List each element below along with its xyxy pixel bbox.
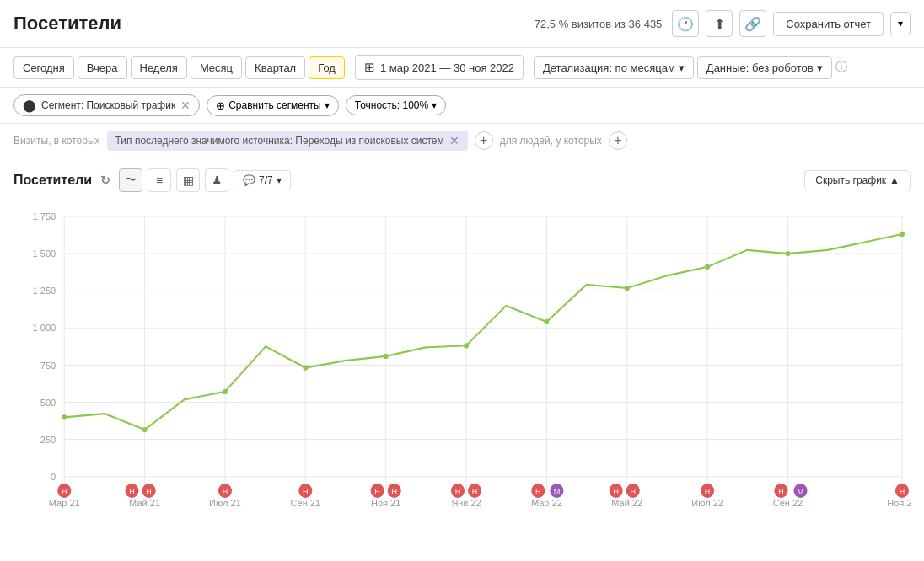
chevron-down-icon: ▾: [679, 61, 685, 74]
svg-text:Н: Н: [631, 488, 637, 496]
person-icon-button[interactable]: ♟: [205, 168, 228, 192]
svg-text:Н: Н: [472, 488, 478, 496]
svg-text:Н: Н: [129, 488, 135, 496]
save-dropdown-button[interactable]: ▾: [890, 12, 911, 35]
svg-text:250: 250: [40, 435, 56, 445]
date-range-label: 1 мар 2021 — 30 ноя 2022: [380, 61, 514, 74]
stats-label: 72,5 % визитов из 36 435: [535, 18, 663, 30]
svg-text:500: 500: [40, 397, 56, 407]
svg-text:Мар 22: Мар 22: [531, 498, 562, 508]
svg-text:Н: Н: [223, 488, 228, 496]
segments-bar: ⬤ Сегмент: Поисковый трафик ✕ ⊕ Сравнить…: [0, 88, 924, 124]
save-report-button[interactable]: Сохранить отчет: [773, 12, 884, 36]
svg-text:Май 21: Май 21: [129, 498, 160, 508]
data-button[interactable]: Данные: без роботов ▾: [697, 56, 832, 79]
add-visit-filter-button[interactable]: +: [475, 131, 493, 150]
svg-text:Май 22: Май 22: [611, 498, 642, 508]
svg-text:Н: Н: [535, 488, 541, 496]
metrics-button[interactable]: 💬 7/7 ▾: [234, 170, 291, 190]
page-header: Посетители 72,5 % визитов из 36 435 🕐 ⬆ …: [0, 0, 924, 48]
detail-label: Детализация: по месяцам: [543, 61, 675, 74]
chart-section: Посетители ↻ 〜 ≡ ▦ ♟ 💬 7/7 ▾ Скрыть граф…: [0, 158, 924, 553]
svg-text:Н: Н: [146, 488, 152, 496]
precision-button[interactable]: Точность: 100% ▾: [346, 95, 446, 115]
svg-point-36: [785, 251, 790, 256]
svg-point-30: [303, 365, 308, 370]
svg-text:Н: Н: [455, 488, 461, 496]
period-week[interactable]: Неделя: [131, 56, 187, 79]
precision-label: Точность: 100%: [355, 99, 428, 111]
svg-text:Июл 21: Июл 21: [209, 498, 241, 508]
svg-point-37: [900, 232, 905, 237]
segment-close-icon[interactable]: ✕: [180, 99, 191, 112]
period-today[interactable]: Сегодня: [13, 56, 74, 79]
svg-text:Н: Н: [705, 488, 711, 496]
svg-text:Июл 22: Июл 22: [691, 498, 723, 508]
chart-title-area: Посетители ↻ 〜 ≡ ▦ ♟ 💬 7/7 ▾: [13, 168, 291, 192]
chevron-down-icon4: ▾: [432, 99, 437, 111]
date-range-button[interactable]: ⊞ 1 мар 2021 — 30 ноя 2022: [355, 55, 524, 80]
svg-text:1 000: 1 000: [33, 323, 56, 333]
detail-button[interactable]: Детализация: по месяцам ▾: [534, 56, 694, 79]
visits-filter-label: Визиты, в которых: [13, 135, 100, 147]
chart-title-label: Посетители: [13, 173, 92, 188]
svg-point-27: [62, 414, 67, 419]
data-label: Данные: без роботов: [706, 61, 814, 74]
chevron-down-icon5: ▾: [277, 174, 282, 186]
compare-label: Сравнить сегменты: [228, 99, 321, 111]
segment-label: Сегмент: Поисковый трафик: [41, 99, 175, 111]
period-quarter[interactable]: Квартал: [245, 56, 305, 79]
svg-text:Н: Н: [303, 488, 309, 496]
svg-text:Янв 22: Янв 22: [451, 498, 481, 508]
svg-text:Н: Н: [778, 488, 784, 496]
share-button[interactable]: 🔗: [739, 10, 766, 37]
segment-icon: ⬤: [23, 99, 36, 112]
hide-chart-button[interactable]: Скрыть график ▲: [804, 170, 911, 190]
compare-icon: ⊕: [216, 99, 225, 112]
filter-bar: Визиты, в которых Тип последнего значимо…: [0, 124, 924, 158]
bar-chart-button[interactable]: ▦: [176, 168, 200, 192]
svg-text:Н: Н: [374, 488, 380, 496]
chart-svg: .grid-line { stroke: #e8e8e8; stroke-wid…: [13, 199, 911, 553]
svg-text:750: 750: [40, 360, 56, 370]
filter-chip-label: Тип последнего значимого источника: Пере…: [116, 135, 444, 147]
filter-chip[interactable]: Тип последнего значимого источника: Пере…: [107, 131, 468, 151]
filter-remove-icon[interactable]: ✕: [449, 134, 459, 147]
chevron-up-icon: ▲: [889, 174, 900, 186]
svg-text:1 250: 1 250: [33, 286, 56, 296]
line-chart-button[interactable]: 〜: [119, 168, 142, 192]
chart-header: Посетители ↻ 〜 ≡ ▦ ♟ 💬 7/7 ▾ Скрыть граф…: [13, 168, 911, 192]
period-yesterday[interactable]: Вчера: [78, 56, 127, 79]
period-month[interactable]: Месяц: [191, 56, 242, 79]
compare-button[interactable]: ⊕ Сравнить сегменты ▾: [207, 95, 339, 116]
export-button[interactable]: ⬆: [706, 10, 733, 37]
chevron-down-icon2: ▾: [817, 61, 823, 74]
svg-point-29: [223, 389, 228, 394]
svg-point-28: [142, 427, 148, 432]
chevron-down-icon3: ▾: [325, 99, 330, 111]
svg-text:М: М: [798, 488, 804, 496]
svg-text:Сен 22: Сен 22: [773, 498, 803, 508]
history-button[interactable]: 🕐: [672, 10, 699, 37]
svg-text:1 500: 1 500: [33, 248, 56, 259]
svg-point-34: [625, 286, 630, 291]
svg-point-35: [705, 264, 710, 270]
calendar-icon: ⊞: [364, 60, 375, 75]
period-year[interactable]: Год: [309, 56, 345, 79]
svg-point-32: [464, 343, 469, 348]
refresh-icon[interactable]: ↻: [100, 174, 110, 187]
smooth-chart-button[interactable]: ≡: [148, 168, 171, 192]
metrics-label: 7/7: [259, 174, 273, 186]
info-icon[interactable]: ⓘ: [835, 60, 847, 75]
svg-text:Мар 21: Мар 21: [49, 498, 80, 508]
header-actions: 🕐 ⬆ 🔗 Сохранить отчет ▾: [672, 10, 911, 37]
segment-chip[interactable]: ⬤ Сегмент: Поисковый трафик ✕: [13, 94, 200, 116]
people-filter-label: для людей, у которых: [500, 135, 602, 147]
svg-point-31: [384, 354, 389, 359]
svg-text:Сен 21: Сен 21: [291, 498, 321, 508]
svg-text:Н: Н: [62, 488, 67, 496]
svg-point-33: [544, 319, 549, 324]
add-people-filter-button[interactable]: +: [609, 131, 627, 150]
period-toolbar: Сегодня Вчера Неделя Месяц Квартал Год ⊞…: [0, 48, 924, 88]
svg-text:М: М: [554, 488, 561, 496]
